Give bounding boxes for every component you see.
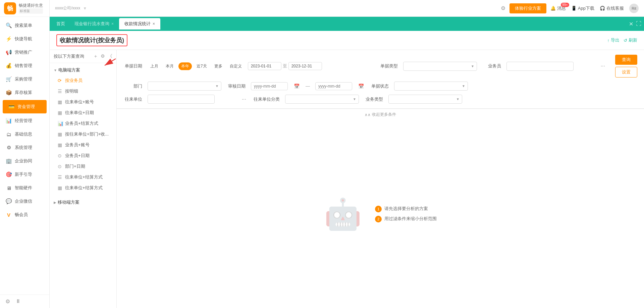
scheme-item-by-salesperson[interactable]: ⟳ 按业务员 — [50, 75, 116, 86]
doc-status-label: 单据状态 — [370, 83, 389, 89]
sidebar-item-basic[interactable]: 🗂 基础信息 — [0, 127, 49, 141]
sidebar-item-hardware[interactable]: 🖥 智能硬件 — [0, 181, 49, 195]
salesperson-scheme-label: 按业务员 — [65, 78, 83, 84]
topbar-settings-icon[interactable]: ⚙ — [501, 5, 505, 11]
sidebar-label-hardware: 智能硬件 — [15, 185, 32, 191]
sidebar-label-system: 系统管理 — [15, 145, 32, 151]
sidebar-item-enterprise[interactable]: 🏢 企业协同 — [0, 154, 49, 168]
review-date-to-calendar-icon[interactable]: 📅 — [358, 84, 364, 89]
doc-status-select[interactable] — [394, 82, 468, 91]
scheme-item-unit-date[interactable]: ▦ 往来单位+日期 — [50, 107, 116, 118]
online-service-button[interactable]: 🎧 在线客服 — [600, 5, 624, 11]
scheme-item-salesperson-date[interactable]: ⊙ 业务员+日期 — [50, 150, 116, 161]
last-month-shortcut[interactable]: 上月 — [148, 62, 161, 70]
this-month-shortcut[interactable]: 本月 — [163, 62, 176, 70]
dept-date-icon: ⊙ — [58, 164, 63, 169]
purchase-icon: 🛒 — [5, 76, 12, 83]
wechat-icon: 💬 — [5, 198, 12, 205]
unit-settle3-icon: ▦ — [58, 185, 63, 191]
settings-button[interactable]: 设置 — [615, 67, 637, 78]
custom-shortcut[interactable]: 自定义 — [227, 62, 245, 70]
sidebar-item-quick-nav[interactable]: ⚡ 快捷导航 — [0, 32, 49, 46]
scheme-item-unit-account[interactable]: ▦ 往来单位+账号 — [50, 97, 116, 107]
date-to-input[interactable] — [288, 62, 322, 70]
sidebar-item-marketing[interactable]: 📢 营销推广 — [0, 46, 49, 59]
counterparty-input[interactable] — [148, 95, 215, 104]
scheme-add-icon[interactable]: ＋ — [93, 53, 98, 59]
filter-row-2: 部门 ▼ 审核日期 📅 — 📅 单据状态 — [123, 82, 637, 91]
notifications-button[interactable]: 🔔 消息 99+ — [550, 5, 566, 11]
dept-select[interactable] — [148, 82, 221, 91]
sidebar-item-member[interactable]: V 畅会员 — [0, 208, 49, 221]
sidebar-item-wechat[interactable]: 💬 企业微信 — [0, 195, 49, 208]
unit-settle3-label: 往来单位+结算方式 — [65, 185, 103, 191]
refresh-button[interactable]: ↺ 刷新 — [624, 37, 637, 43]
scheme-item-by-detail[interactable]: ☰ 按明细 — [50, 86, 116, 97]
close-window-icon[interactable]: ✕ — [629, 21, 633, 27]
business-type-select[interactable] — [388, 95, 462, 104]
mobile-group-label: 移动端方案 — [58, 199, 79, 205]
sidebar-item-operation[interactable]: 📊 经营管理 — [0, 114, 49, 127]
sidebar-item-sales[interactable]: 💰 销售管理 — [0, 59, 49, 72]
dept-date-label: 部门+日期 — [65, 163, 85, 169]
export-button[interactable]: ↑ 导出 — [607, 37, 620, 43]
footer-pause-icon[interactable]: ⏸ — [15, 298, 21, 305]
review-date-to-input[interactable] — [315, 82, 352, 90]
footer-settings-icon[interactable]: ⚙ — [5, 298, 10, 305]
collapse-label: 收起更多条件 — [372, 112, 396, 117]
last7days-shortcut[interactable]: 近7天 — [194, 62, 210, 70]
operation-icon: 📊 — [5, 117, 12, 124]
try-industry-button[interactable]: 体验行业方案 — [509, 3, 546, 13]
salesperson-account-icon: ▦ — [58, 142, 63, 148]
review-date-from-input[interactable] — [251, 82, 288, 90]
scheme-group-mobile-title[interactable]: ▶ 移动端方案 — [50, 197, 116, 207]
step-2-num: 2 — [375, 216, 382, 222]
counterparty-more-icon[interactable]: ··· — [242, 96, 246, 102]
scheme-collapse-icon[interactable]: 《 — [108, 53, 112, 59]
user-avatar[interactable]: Rit — [629, 4, 639, 13]
scheme-item-dept-date[interactable]: ⊙ 部门+日期 — [50, 161, 116, 172]
sidebar-label-purchase: 采购管理 — [15, 76, 32, 82]
scheme-group-desktop-title[interactable]: ▼ 电脑端方案 — [50, 65, 116, 75]
maximize-icon[interactable]: ⛶ — [636, 21, 641, 27]
scheme-item-unit-settle2[interactable]: ☰ 往来单位+结算方式 — [50, 172, 116, 183]
phone-icon: 📱 — [571, 6, 577, 11]
counterparty-type-select[interactable] — [285, 95, 359, 104]
bank-flow-tab-close-icon[interactable]: × — [111, 21, 114, 26]
tab-home[interactable]: 首页 — [52, 18, 69, 30]
marketing-icon: 📢 — [5, 49, 12, 56]
brand-name: 畅捷通好生意 — [19, 3, 43, 8]
scheme-item-salesperson-account[interactable]: ▦ 业务员+账号 — [50, 140, 116, 150]
app-download-button[interactable]: 📱 App下载 — [571, 5, 594, 11]
more-shortcut[interactable]: 更多 — [212, 62, 225, 70]
sidebar-item-inventory[interactable]: 📦 库存核算 — [0, 86, 49, 99]
sidebar-item-system[interactable]: ⚙ 系统管理 — [0, 141, 49, 154]
unit-dept-collect-icon: ▦ — [58, 132, 63, 137]
scheme-item-unit-settle3[interactable]: ▦ 往来单位+结算方式 — [50, 183, 116, 193]
collapse-bar[interactable]: ∧∧ 收起更多条件 — [117, 109, 644, 120]
tab-bank-flow[interactable]: 现金银行流水查询 × — [69, 18, 119, 30]
receivable-stat-tab-close-icon[interactable]: × — [153, 21, 155, 26]
scheme-settings-icon[interactable]: ⚙ — [101, 53, 105, 59]
doc-type-select[interactable] — [403, 62, 477, 71]
page-title: 收款情况统计(按业务员) — [56, 34, 127, 46]
sidebar-item-finance[interactable]: 💳 资金管理 — [3, 100, 47, 113]
sidebar-item-beginner[interactable]: 🎯 新手引导 — [0, 168, 49, 181]
content-area: 单据日期 上月 本月 本年 近7天 更多 自定义 至 — [117, 50, 644, 308]
sidebar-item-search[interactable]: 🔍 搜索菜单 — [0, 19, 49, 32]
scheme-panel-title: 按以下方案查询 — [54, 53, 84, 59]
sidebar-item-purchase[interactable]: 🛒 采购管理 — [0, 72, 49, 86]
sidebar-label-basic: 基础信息 — [15, 131, 32, 137]
this-year-shortcut[interactable]: 本年 — [178, 62, 192, 70]
salesperson-more-icon[interactable]: ··· — [601, 63, 605, 69]
scheme-item-unit-dept-collect[interactable]: ▦ 按往来单位+部门+收... — [50, 129, 116, 140]
home-tab-label: 首页 — [56, 21, 65, 27]
salesperson-input[interactable] — [506, 62, 574, 71]
query-button[interactable]: 查询 — [615, 55, 637, 65]
review-date-from-calendar-icon[interactable]: 📅 — [294, 84, 300, 89]
date-from-input[interactable] — [248, 62, 281, 70]
counterparty-type-label: 往来单位分类 — [254, 96, 280, 102]
tab-receivable-stat[interactable]: 收款情况统计 × — [119, 18, 160, 30]
scheme-item-salesperson-settle[interactable]: 📊 业务员+结算方式 — [50, 118, 116, 129]
desktop-group-arrow-icon: ▼ — [54, 68, 57, 72]
